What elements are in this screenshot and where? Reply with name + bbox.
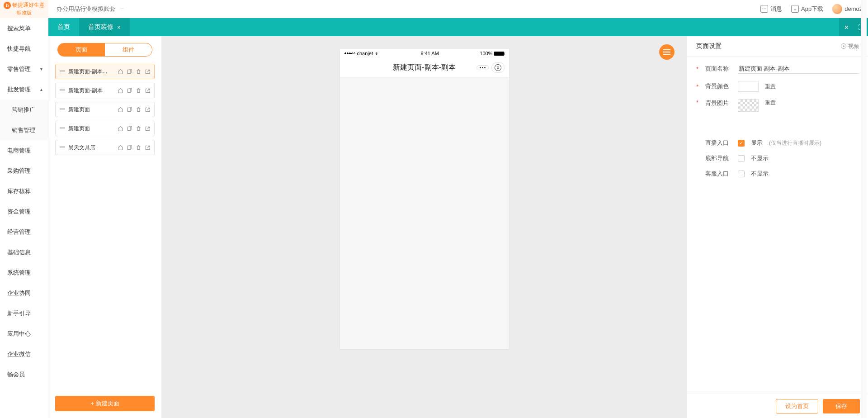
sidebar-item-quick-nav[interactable]: 快捷导航: [0, 38, 48, 59]
sidebar-item-inventory[interactable]: 库存核算: [0, 181, 48, 201]
delete-icon[interactable]: [135, 68, 142, 75]
delete-icon[interactable]: [135, 106, 142, 113]
home-icon[interactable]: [117, 144, 123, 151]
page-item[interactable]: 新建页面: [55, 102, 155, 117]
caret-down-icon: ▾: [40, 66, 42, 71]
scrollbar[interactable]: [861, 0, 868, 418]
page-item[interactable]: 新建页面: [55, 121, 155, 136]
top-header: b 畅捷通好生意 标准版 办公用品行业模拟账套 ﹀ ⋯ 消息 ↧ App下载 d…: [0, 0, 868, 18]
sidebar-item-collab[interactable]: 企业协同: [0, 283, 48, 303]
sidebar-item-retail[interactable]: 零售管理▾: [0, 59, 48, 79]
sidebar-item-ecommerce[interactable]: 电商管理: [0, 140, 48, 161]
sidebar-item-guide[interactable]: 新手引导: [0, 303, 48, 323]
home-icon[interactable]: [117, 68, 123, 75]
home-icon[interactable]: [117, 106, 123, 113]
home-icon[interactable]: [117, 87, 123, 94]
svg-rect-3: [127, 127, 131, 130]
sidebar-item-basic-info[interactable]: 基础信息: [0, 242, 48, 262]
user-menu[interactable]: demo2: [832, 4, 863, 14]
delete-icon[interactable]: [135, 87, 142, 94]
account-selector[interactable]: 办公用品行业模拟账套 ﹀: [54, 3, 127, 15]
sidebar-sub-marketing[interactable]: 营销推广: [0, 100, 48, 120]
sidebar-item-app-center[interactable]: 应用中心: [0, 323, 48, 344]
sidebar-item-label: 系统管理: [7, 269, 31, 277]
sidebar-item-wechat-work[interactable]: 企业微信: [0, 344, 48, 364]
segment-label: 组件: [123, 46, 134, 53]
page-item-name: 新建页面: [68, 106, 114, 114]
external-link-icon[interactable]: [144, 144, 151, 151]
battery-icon: [494, 52, 504, 56]
bg-image-swatch[interactable]: [738, 99, 759, 112]
sidebar-item-wholesale[interactable]: 批发管理▴: [0, 79, 48, 100]
close-icon[interactable]: ×: [117, 24, 121, 31]
sidebar-item-member[interactable]: 畅会员: [0, 364, 48, 385]
sidebar-item-funds[interactable]: 资金管理: [0, 201, 48, 222]
segment-page[interactable]: 页面: [58, 43, 105, 56]
set-home-button[interactable]: 设为首页: [776, 399, 818, 413]
sidebar-item-search[interactable]: 搜索菜单: [0, 18, 48, 38]
sidebar-item-system[interactable]: 系统管理: [0, 262, 48, 283]
messages-link[interactable]: ⋯ 消息: [760, 5, 782, 13]
service-entry-checkbox[interactable]: [738, 171, 745, 177]
nav-bottom-checkbox[interactable]: [738, 155, 745, 162]
close-tab-button[interactable]: ✕: [839, 18, 854, 36]
page-item-name: 新建页面: [68, 125, 114, 133]
segment-component[interactable]: 组件: [105, 43, 152, 56]
field-label-service-entry: 客服入口: [705, 170, 731, 178]
sidebar-item-label: 企业微信: [7, 350, 31, 358]
sidebar-item-purchase[interactable]: 采购管理: [0, 161, 48, 181]
tab-home[interactable]: 首页: [48, 18, 79, 36]
home-icon[interactable]: [117, 125, 123, 132]
external-link-icon[interactable]: [144, 87, 151, 94]
brand-text: 畅捷通好生意: [12, 1, 45, 9]
copy-icon[interactable]: [126, 68, 132, 75]
phone-body[interactable]: [340, 78, 509, 349]
live-entry-checkbox[interactable]: [738, 140, 745, 147]
copy-icon[interactable]: [126, 106, 132, 113]
reset-bg-image[interactable]: 重置: [765, 99, 776, 107]
tab-home-decoration[interactable]: 首页装修 ×: [79, 18, 130, 36]
delete-icon[interactable]: [135, 144, 142, 151]
drag-handle-icon[interactable]: [59, 108, 66, 111]
sidebar-item-label: 库存核算: [7, 187, 31, 195]
logo[interactable]: b 畅捷通好生意 标准版: [0, 0, 48, 18]
drag-handle-icon[interactable]: [59, 146, 66, 149]
page-name-input[interactable]: [738, 64, 859, 74]
video-help-link[interactable]: 视频: [841, 43, 859, 50]
page-item[interactable]: 新建页面-副本...: [55, 64, 155, 79]
copy-icon[interactable]: [126, 87, 132, 94]
app-download-link[interactable]: ↧ App下载: [791, 5, 823, 13]
play-icon: [841, 43, 846, 49]
components-fab[interactable]: [659, 44, 675, 60]
save-button[interactable]: 保存: [823, 399, 860, 413]
video-label: 视频: [848, 43, 859, 50]
sidebar-item-label: 搜索菜单: [7, 24, 31, 33]
external-link-icon[interactable]: [144, 106, 151, 113]
reset-bg-color[interactable]: 重置: [765, 83, 776, 90]
canvas: chanjet ᯤ 9:41 AM 100% 新建页面-副本-副本: [161, 36, 687, 418]
required-marker: *: [696, 66, 699, 72]
sidebar-item-label: 批发管理: [7, 86, 31, 94]
sidebar-sub-label: 营销推广: [12, 106, 35, 114]
external-link-icon[interactable]: [144, 68, 151, 75]
page-item[interactable]: 新建页面-副本: [55, 83, 155, 98]
page-item[interactable]: 昊天文具店: [55, 140, 155, 155]
bg-color-swatch[interactable]: [738, 81, 759, 92]
drag-handle-icon[interactable]: [59, 89, 66, 92]
sidebar-item-label: 应用中心: [7, 330, 31, 338]
service-entry-label: 不显示: [751, 170, 769, 178]
drag-handle-icon[interactable]: [59, 127, 66, 130]
copy-icon[interactable]: [126, 144, 132, 151]
page-item-name: 新建页面-副本: [68, 87, 114, 95]
copy-icon[interactable]: [126, 125, 132, 132]
delete-icon[interactable]: [135, 125, 142, 132]
external-link-icon[interactable]: [144, 125, 151, 132]
caret-up-icon: ▴: [40, 87, 42, 92]
mini-program-close-icon: [491, 62, 505, 73]
sidebar-sub-sales[interactable]: 销售管理: [0, 120, 48, 140]
messages-label: 消息: [770, 5, 782, 13]
drag-handle-icon[interactable]: [59, 70, 66, 73]
sidebar-item-business[interactable]: 经营管理: [0, 222, 48, 242]
new-page-button[interactable]: + 新建页面: [55, 396, 155, 411]
page-panel: 页面 组件 新建页面-副本...: [48, 36, 161, 418]
